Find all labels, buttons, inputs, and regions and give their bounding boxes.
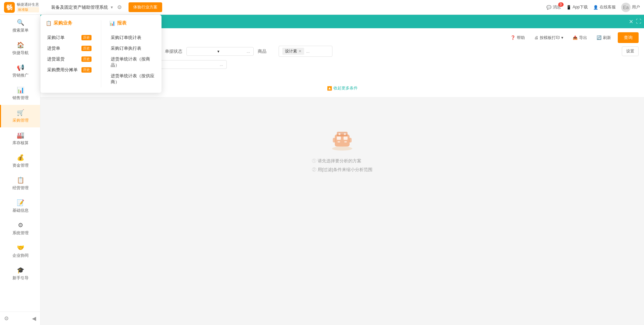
goods-tag-label: 设计素 bbox=[285, 48, 297, 54]
sidebar-settings-icon[interactable]: ⚙ bbox=[4, 315, 9, 322]
sidebar-label-quick-nav: 快捷导航 bbox=[12, 50, 29, 56]
menu-item-stock-in[interactable]: 进货单 历史 bbox=[46, 43, 93, 54]
search-icon: 🔍 bbox=[17, 19, 24, 26]
app-download-button[interactable]: 📱 App下载 bbox=[566, 4, 588, 10]
export-icon: 📤 bbox=[573, 35, 578, 40]
settings-small-button[interactable]: 设置 bbox=[622, 46, 639, 56]
menu-section-reports: 📊 报表 采购订单统计表 采购订单执行表 进货单统计表（按商品） 进货单统计表（… bbox=[109, 20, 156, 87]
menu-item-purchase-order[interactable]: 采购订单 历史 bbox=[46, 32, 93, 43]
sidebar-label-search: 搜索菜单 bbox=[12, 28, 29, 33]
export-button[interactable]: 📤 导出 bbox=[570, 34, 590, 42]
sidebar-item-inventory[interactable]: 🏭 库存核算 bbox=[0, 127, 40, 150]
svg-rect-3 bbox=[344, 136, 348, 140]
sidebar-collapse-icon[interactable]: ◀ bbox=[32, 315, 36, 322]
stock-stats-supplier-label: 进货单统计表（按供应商） bbox=[111, 73, 155, 85]
trial-button[interactable]: 体验行业方案 bbox=[129, 2, 162, 12]
print-dropdown-icon: ▾ bbox=[561, 35, 563, 40]
query-button[interactable]: 查询 bbox=[618, 32, 639, 43]
sidebar-item-quick-nav[interactable]: 🏠 快捷导航 bbox=[0, 37, 40, 60]
sidebar-label-operations: 经营管理 bbox=[12, 185, 29, 191]
app-download-label: App下载 bbox=[573, 4, 588, 10]
salesperson-select[interactable]: ... bbox=[159, 60, 227, 69]
menu-item-purchase-order-exec[interactable]: 采购订单执行表 bbox=[109, 43, 156, 54]
tab-close-all-icon[interactable]: ✕ bbox=[629, 18, 633, 25]
service-icon: 👤 bbox=[593, 5, 598, 10]
messages-button[interactable]: 💬 消息 9 bbox=[546, 4, 561, 10]
stock-in-label: 进货单 bbox=[47, 45, 60, 51]
svg-point-10 bbox=[344, 133, 346, 135]
purchase-order-stats-label: 采购订单统计表 bbox=[111, 35, 141, 41]
tab-expand-icon[interactable]: ⛶ bbox=[636, 18, 641, 25]
sidebar-label-guide: 新手引导 bbox=[12, 275, 29, 281]
menu-item-stock-stats-by-goods[interactable]: 进货单统计表（按商品） bbox=[109, 54, 156, 71]
refresh-button[interactable]: 🔄 刷新 bbox=[594, 34, 614, 42]
sidebar-item-operations[interactable]: 📋 经营管理 bbox=[0, 172, 40, 195]
sidebar-bottom: ⚙ ◀ bbox=[0, 312, 40, 325]
purchase-order-exec-label: 采购订单执行表 bbox=[111, 45, 141, 51]
sidebar-item-system[interactable]: ⚙ 系统管理 bbox=[0, 217, 40, 240]
menu-item-stock-return[interactable]: 进货退货 历史 bbox=[46, 54, 93, 65]
sidebar-item-sales[interactable]: 📊 销售管理 bbox=[0, 82, 40, 105]
empty-hint-1: ① 请先选择要分析的方案 bbox=[312, 157, 372, 165]
purchase-dropdown-menu: 📋 采购业务 采购订单 历史 进货单 历史 进货退货 历史 采购费用分摊单 历史… bbox=[40, 15, 162, 93]
menu-item-purchase-order-stats[interactable]: 采购订单统计表 bbox=[109, 32, 156, 43]
print-button[interactable]: 🖨 按模板打印 ▾ bbox=[532, 34, 566, 42]
sidebar-item-guide[interactable]: 🎓 新手引导 bbox=[0, 262, 40, 285]
svg-rect-6 bbox=[333, 138, 335, 143]
sidebar-label-finance: 资金管理 bbox=[12, 163, 29, 168]
help-label: 帮助 bbox=[517, 35, 525, 41]
sidebar-item-purchase[interactable]: 🛒 采购管理 bbox=[0, 105, 40, 127]
goods-more: ... bbox=[306, 49, 310, 54]
sidebar-item-enterprise[interactable]: 🤝 企业协同 bbox=[0, 240, 40, 262]
goods-tag: 设计素 ✕ bbox=[282, 48, 304, 55]
status-more: ... bbox=[247, 49, 250, 54]
print-icon: 🖨 bbox=[534, 35, 538, 40]
menu-item-purchase-expense[interactable]: 采购费用分摊单 历史 bbox=[46, 65, 93, 75]
messages-badge: 9 bbox=[558, 2, 564, 7]
menu-section-purchase-title: 📋 采购业务 bbox=[46, 20, 93, 28]
goods-tag-remove[interactable]: ✕ bbox=[298, 49, 301, 53]
menu-item-stock-stats-by-supplier[interactable]: 进货单统计表（按供应商） bbox=[109, 71, 156, 87]
settings-icon[interactable]: ⚙ bbox=[117, 4, 122, 10]
sidebar-label-enterprise: 企业协同 bbox=[12, 253, 29, 258]
goods-select[interactable]: 设计素 ✕ ... bbox=[279, 46, 332, 57]
sidebar-label-basic-info: 基础信息 bbox=[12, 208, 29, 213]
operations-icon: 📋 bbox=[17, 176, 24, 184]
top-right-actions: 💬 消息 9 📱 App下载 👤 在线客服 Ea 用户 bbox=[546, 3, 640, 12]
print-label: 按模板打印 bbox=[540, 35, 560, 41]
svg-rect-7 bbox=[349, 138, 352, 143]
sidebar-label-inventory: 库存核算 bbox=[12, 140, 29, 146]
purchase-order-label: 采购订单 bbox=[47, 35, 65, 41]
stock-stats-goods-label: 进货单统计表（按商品） bbox=[111, 56, 155, 68]
help-button[interactable]: ❓ 帮助 bbox=[508, 34, 528, 42]
sidebar-label-sales: 销售管理 bbox=[12, 95, 29, 101]
purchase-order-history-badge: 历史 bbox=[81, 35, 92, 40]
svg-rect-8 bbox=[337, 132, 348, 136]
svg-point-9 bbox=[338, 133, 341, 135]
sales-icon: 📊 bbox=[17, 86, 24, 94]
salesperson-more: ... bbox=[220, 62, 223, 67]
empty-hint-2-text: 用[过滤]条件来缩小分析范围 bbox=[318, 167, 372, 172]
status-select[interactable]: ▾ ... bbox=[186, 47, 254, 56]
sidebar-item-finance[interactable]: 💰 资金管理 bbox=[0, 150, 40, 172]
status-label: 单据状态 bbox=[165, 48, 182, 54]
user-menu-button[interactable]: Ea 用户 bbox=[621, 3, 640, 12]
online-service-button[interactable]: 👤 在线客服 bbox=[593, 4, 616, 10]
empty-hint-2: ② 用[过滤]条件来缩小分析范围 bbox=[312, 165, 372, 174]
system-title: 装备及固定资产辅助管理系统 bbox=[51, 4, 108, 10]
reports-menu-icon: 📊 bbox=[109, 21, 115, 26]
sidebar: 🔍 搜索菜单 🏠 快捷导航 📢 营销推广 📊 销售管理 🛒 采购管理 🏭 库存核… bbox=[0, 15, 40, 325]
purchase-menu-icon: 📋 bbox=[46, 21, 51, 26]
stock-return-label: 进货退货 bbox=[47, 56, 65, 62]
home-icon: 🏠 bbox=[17, 41, 24, 49]
purchase-expense-history-badge: 历史 bbox=[81, 67, 92, 73]
sidebar-item-search[interactable]: 🔍 搜索菜单 bbox=[0, 15, 40, 37]
empty-hint-1-text: 请先选择要分析的方案 bbox=[318, 158, 361, 163]
svg-rect-4 bbox=[337, 141, 340, 143]
sidebar-item-basic-info[interactable]: 📝 基础信息 bbox=[0, 195, 40, 217]
sidebar-item-marketing[interactable]: 📢 营销推广 bbox=[0, 60, 40, 82]
phone-icon: 📱 bbox=[566, 5, 571, 10]
logo-text-area: 畅捷通好生意 标准版 bbox=[17, 2, 39, 12]
collapse-label: 收起更多条件 bbox=[333, 85, 358, 91]
dropdown-arrow-icon[interactable]: ▾ bbox=[111, 5, 113, 10]
